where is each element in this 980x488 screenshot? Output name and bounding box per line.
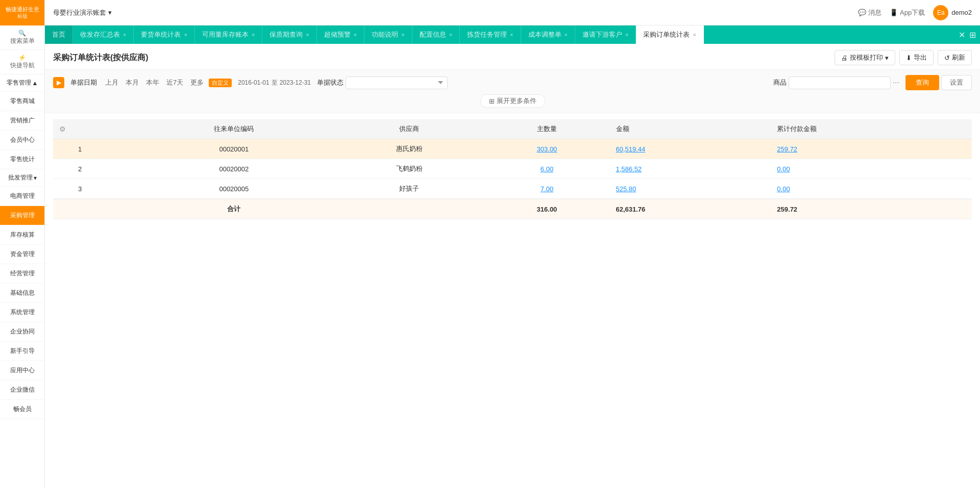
message-btn[interactable]: 💬 消息 bbox=[858, 8, 881, 17]
sidebar-item-operations[interactable]: 经营管理 bbox=[0, 264, 44, 284]
data-table: ⚙ 往来单位编码 供应商 主数量 金额 累计付款金额 1 00020001 惠氏… bbox=[53, 119, 972, 219]
close-all-icon[interactable]: ✕ bbox=[959, 30, 965, 40]
close-icon[interactable]: × bbox=[252, 32, 255, 38]
query-button[interactable]: 查询 bbox=[905, 75, 939, 90]
tab-cost-adjust[interactable]: 成本调整单 × bbox=[521, 25, 575, 44]
sidebar-item-free-member[interactable]: 畅会员 bbox=[0, 400, 44, 419]
close-icon[interactable]: × bbox=[401, 32, 404, 38]
custom-date-badge[interactable]: 自定义 bbox=[209, 79, 232, 87]
cell-num: 2 bbox=[72, 159, 134, 179]
close-icon[interactable]: × bbox=[354, 32, 357, 38]
shortcut-last-month[interactable]: 上月 bbox=[103, 77, 120, 88]
close-icon[interactable]: × bbox=[510, 32, 513, 38]
more-icon[interactable]: ··· bbox=[893, 78, 899, 87]
cell-amount: 60,519.44 bbox=[610, 139, 771, 159]
sidebar-quick-nav[interactable]: ⚡ 快捷导航 bbox=[0, 50, 44, 74]
sidebar-item-finance[interactable]: 资金管理 bbox=[0, 245, 44, 264]
tab-invite-downstream[interactable]: 邀请下游客户 × bbox=[575, 25, 636, 44]
tab-purchase-order-stat[interactable]: 采购订单统计表 × bbox=[636, 25, 703, 44]
close-icon[interactable]: × bbox=[625, 32, 628, 38]
sidebar-item-retail-shop[interactable]: 零售商城 bbox=[0, 92, 44, 111]
tab-expiry-query[interactable]: 保质期查询 × bbox=[262, 25, 316, 44]
sidebar-item-new-guide[interactable]: 新手引导 bbox=[0, 342, 44, 361]
cell-paid-amount: 259.72 bbox=[771, 139, 972, 159]
template-print-button[interactable]: 🖨 按模板打印 ▾ bbox=[835, 50, 895, 65]
workspace-selector[interactable]: 母婴行业演示账套 ▾ bbox=[53, 8, 112, 17]
page-content: 采购订单统计表(按供应商) 🖨 按模板打印 ▾ ⬇ 导出 ↺ 刷新 bbox=[45, 44, 980, 488]
sidebar-item-member[interactable]: 会员中心 bbox=[0, 131, 44, 150]
expand-more-btn[interactable]: ⊞ 展开更多条件 bbox=[480, 94, 545, 108]
col-settings: ⚙ bbox=[53, 119, 72, 139]
filter-toggle-button[interactable]: ▶ bbox=[53, 77, 64, 88]
app-download-btn[interactable]: 📱 App下载 bbox=[890, 8, 925, 17]
sidebar-item-enterprise-coop[interactable]: 企业协同 bbox=[0, 322, 44, 342]
shortcut-this-year[interactable]: 本年 bbox=[144, 77, 161, 88]
tab-overstock-warning[interactable]: 超储预警 × bbox=[317, 25, 364, 44]
shortcut-this-month[interactable]: 本月 bbox=[124, 77, 141, 88]
sidebar-item-retail-mgmt[interactable]: 零售管理 ▲ bbox=[0, 74, 44, 92]
date-to[interactable]: 2023-12-31 bbox=[280, 79, 311, 86]
export-button[interactable]: ⬇ 导出 bbox=[899, 50, 934, 65]
table-row[interactable]: 2 00020002 飞鹤奶粉 6.00 1,586.52 0.00 bbox=[53, 159, 972, 179]
column-settings-icon[interactable]: ⚙ bbox=[59, 125, 66, 133]
nav-tabs: 首页 收发存汇总表 × 要货单统计表 × 可用量库存账本 × 保质期查询 × 超… bbox=[45, 25, 980, 44]
cell-paid-amount: 0.00 bbox=[771, 159, 972, 179]
chevron-down-icon: ▾ bbox=[34, 174, 37, 182]
footer-empty-2 bbox=[72, 199, 134, 219]
date-from[interactable]: 2016-01-01 bbox=[238, 79, 269, 86]
close-icon[interactable]: × bbox=[449, 32, 452, 38]
cell-num: 1 bbox=[72, 139, 134, 159]
tab-home[interactable]: 首页 bbox=[45, 25, 73, 44]
close-icon[interactable]: × bbox=[184, 32, 187, 38]
sidebar-item-system[interactable]: 系统管理 bbox=[0, 303, 44, 322]
sidebar-item-wholesale[interactable]: 批发管理 ▾ bbox=[0, 169, 44, 187]
status-filter: 单据状态 bbox=[317, 76, 448, 89]
close-icon[interactable]: × bbox=[693, 32, 696, 38]
close-icon[interactable]: × bbox=[123, 32, 126, 38]
sidebar-item-marketing[interactable]: 营销推广 bbox=[0, 111, 44, 131]
tab-pick-task[interactable]: 拣货任务管理 × bbox=[460, 25, 521, 44]
cell-settings bbox=[53, 159, 72, 179]
tab-function-desc[interactable]: 功能说明 × bbox=[364, 25, 412, 44]
export-icon: ⬇ bbox=[906, 54, 912, 62]
sidebar-item-app-center[interactable]: 应用中心 bbox=[0, 361, 44, 380]
shortcut-more[interactable]: 更多 bbox=[188, 77, 206, 88]
sidebar-item-purchase[interactable]: 采购管理 bbox=[0, 206, 44, 225]
status-select[interactable] bbox=[346, 76, 448, 89]
goods-label: 商品 bbox=[773, 78, 787, 87]
sidebar-item-basic-info[interactable]: 基础信息 bbox=[0, 284, 44, 303]
avatar: Ea bbox=[933, 5, 948, 20]
table-row[interactable]: 3 00020005 好孩子 7.00 525.80 0.00 bbox=[53, 179, 972, 199]
cell-unit-code: 00020005 bbox=[134, 179, 335, 199]
close-icon[interactable]: × bbox=[565, 32, 568, 38]
shortcut-7days[interactable]: 近7天 bbox=[164, 77, 185, 88]
sidebar-search[interactable]: 🔍 搜索菜单 bbox=[0, 25, 44, 50]
page-title: 采购订单统计表(按供应商) bbox=[53, 53, 149, 63]
expand-icon[interactable]: ⊞ bbox=[969, 30, 976, 40]
sidebar-item-ecommerce[interactable]: 电商管理 bbox=[0, 187, 44, 206]
username[interactable]: demo2 bbox=[951, 9, 972, 16]
col-num bbox=[72, 119, 134, 139]
cell-supplier: 惠氏奶粉 bbox=[334, 139, 484, 159]
tab-available-stock[interactable]: 可用量库存账本 × bbox=[195, 25, 262, 44]
print-icon: 🖨 bbox=[841, 54, 848, 62]
table-row[interactable]: 1 00020001 惠氏奶粉 303.00 60,519.44 259.72 bbox=[53, 139, 972, 159]
header-left: 母婴行业演示账套 ▾ bbox=[53, 8, 112, 17]
date-separator: 至 bbox=[272, 79, 278, 87]
sidebar-item-enterprise-wechat[interactable]: 企业微信 bbox=[0, 380, 44, 400]
col-amount: 金额 bbox=[610, 119, 771, 139]
date-shortcuts: 上月 本月 本年 近7天 更多 自定义 bbox=[103, 77, 232, 88]
tab-config-info[interactable]: 配置信息 × bbox=[412, 25, 460, 44]
goods-input[interactable] bbox=[789, 76, 891, 89]
close-icon[interactable]: × bbox=[306, 32, 309, 38]
sidebar-item-retail-stat[interactable]: 零售统计 bbox=[0, 150, 44, 169]
settings-button[interactable]: 设置 bbox=[941, 75, 972, 90]
tab-purchase-summary[interactable]: 要货单统计表 × bbox=[134, 25, 194, 44]
refresh-button[interactable]: ↺ 刷新 bbox=[938, 50, 972, 65]
sidebar-item-inventory[interactable]: 库存核算 bbox=[0, 225, 44, 245]
table-footer-row: 合计 316.00 62,631.76 259.72 bbox=[53, 199, 972, 219]
chevron-down-icon: ⊞ bbox=[489, 97, 495, 105]
tab-receive-summary[interactable]: 收发存汇总表 × bbox=[73, 25, 134, 44]
chevron-down-icon: ▾ bbox=[108, 9, 112, 16]
filter-row: ▶ 单据日期 上月 本月 本年 近7天 更多 自定义 2016-01-01 至 … bbox=[53, 75, 972, 90]
